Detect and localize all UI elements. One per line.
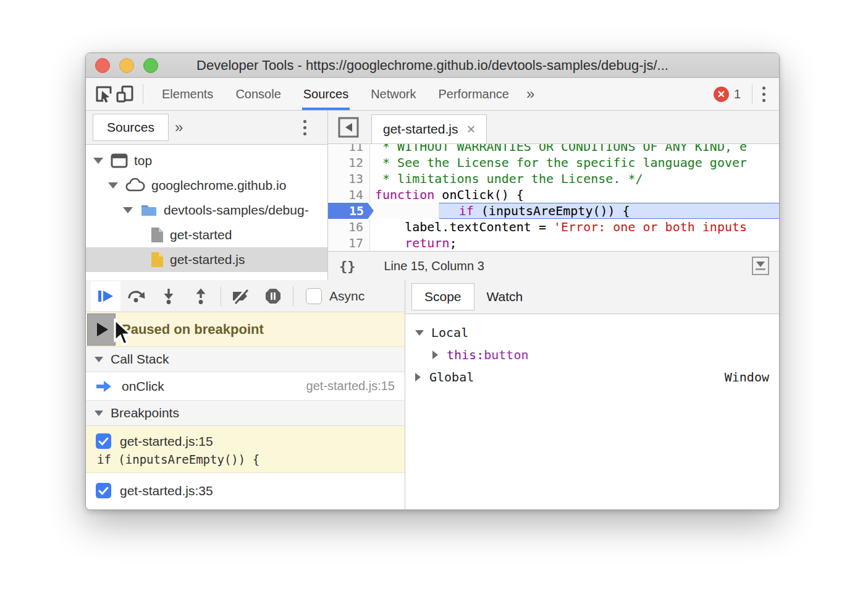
expanded-triangle-icon [95, 411, 103, 416]
pretty-print-button[interactable]: {} [339, 258, 356, 274]
active-frame-arrow-icon [96, 380, 112, 393]
debugger-pane: Async Paused on breakpoint C [86, 280, 405, 509]
line-number[interactable]: 14 [328, 187, 370, 203]
play-icon [97, 323, 108, 336]
zoom-window-button[interactable] [143, 58, 158, 73]
overlay-play-button[interactable] [87, 313, 116, 346]
customize-devtools-menu-button[interactable] [755, 82, 773, 107]
toolbar-separator [221, 286, 221, 306]
navigator-tab-sources[interactable]: Sources [93, 114, 169, 141]
code-line-12: 12 * See the License for the specific la… [328, 155, 779, 171]
scope-tree: Local this: button Global Window [405, 314, 779, 509]
minimize-window-button[interactable] [119, 58, 134, 73]
pause-on-exceptions-button[interactable] [257, 281, 289, 311]
navigator-menu-button[interactable] [296, 115, 314, 140]
step-over-icon [127, 289, 146, 304]
scope-section-local[interactable]: Local [405, 322, 779, 344]
scope-section-global[interactable]: Global Window [405, 366, 779, 388]
tab-console[interactable]: Console [234, 78, 282, 110]
pause-on-exceptions-icon [264, 287, 282, 305]
breakpoint-location: get-started.js:15 [120, 434, 213, 449]
step-over-button[interactable] [120, 281, 153, 311]
sidebar-tab-bar: Scope Watch [405, 280, 779, 314]
toggle-device-toolbar-button[interactable] [114, 83, 135, 104]
line-number[interactable]: 13 [328, 171, 370, 187]
expanded-triangle-icon [108, 182, 118, 189]
hide-navigator-button[interactable] [337, 116, 360, 138]
line-number[interactable]: 12 [328, 155, 370, 171]
expanded-triangle-icon [415, 330, 424, 336]
call-stack-frame[interactable]: onClick get-started.js:15 [86, 372, 405, 401]
cursor-position: Line 15, Column 3 [384, 259, 484, 273]
close-window-button[interactable] [95, 58, 110, 73]
expanded-triangle-icon [123, 207, 133, 213]
step-out-button[interactable] [185, 281, 217, 311]
window-title: Developer Tools - https://googlechrome.g… [86, 57, 779, 74]
editor-pane: get-started.js × 11 * WITHOUT WARRANTIES… [328, 111, 779, 280]
debugger-toolbar: Async [86, 280, 405, 312]
tab-elements[interactable]: Elements [161, 78, 214, 110]
call-stack-header[interactable]: Call Stack [86, 347, 405, 372]
expanded-triangle-icon [93, 158, 103, 164]
expanded-triangle-icon [95, 357, 103, 362]
execution-line[interactable]: if (inputsAreEmpty()) { [439, 203, 779, 219]
toolbar-separator [752, 84, 752, 104]
paused-message: Paused on breakpoint [122, 322, 264, 338]
devtools-content: Sources » top [86, 111, 779, 509]
breakpoint-item-15[interactable]: get-started.js:15 if (inputsAreEmpty()) … [86, 426, 405, 473]
scope-pane: Scope Watch Local this: button Global [405, 280, 779, 509]
tab-sources[interactable]: Sources [302, 78, 350, 110]
error-count-icon[interactable]: ✕ [714, 87, 729, 102]
code-line-13: 13 * limitations under the License. */ [328, 171, 779, 187]
editor-status-bar: {} Line 15, Column 3 [328, 251, 779, 280]
tree-item-top[interactable]: top [86, 148, 327, 173]
resume-icon [97, 289, 114, 304]
resume-script-button[interactable] [91, 281, 120, 311]
panel-tabs: Elements Console Sources Network Perform… [151, 78, 520, 110]
main-toolbar: Elements Console Sources Network Perform… [86, 78, 779, 111]
show-messages-button[interactable] [752, 257, 769, 275]
tree-item-get-started-js[interactable]: get-started.js [86, 247, 327, 272]
async-checkbox[interactable] [306, 288, 322, 304]
breakpoint-location: get-started.js:35 [120, 483, 213, 498]
more-tabs-button[interactable]: » [526, 85, 534, 103]
editor-tab-get-started-js[interactable]: get-started.js × [371, 114, 487, 143]
breakpoint-item-35[interactable]: get-started.js:35 [86, 473, 405, 505]
device-toolbar-icon [115, 85, 135, 103]
inspect-element-button[interactable] [93, 83, 114, 104]
breakpoint-checkbox-checked[interactable] [96, 483, 111, 498]
async-label[interactable]: Async [329, 289, 364, 304]
navigator-more-tabs-button[interactable]: » [175, 119, 183, 136]
execution-pointer-icon: 15 [328, 203, 374, 219]
collapsed-triangle-icon [432, 351, 438, 359]
step-into-button[interactable] [153, 281, 185, 311]
error-count: 1 [734, 87, 741, 101]
breakpoints-header[interactable]: Breakpoints [86, 401, 405, 426]
line-number[interactable]: 11 [328, 144, 370, 155]
title-bar: Developer Tools - https://googlechrome.g… [86, 53, 779, 78]
devtools-window: Developer Tools - https://googlechrome.g… [85, 53, 780, 510]
tab-network[interactable]: Network [369, 78, 417, 110]
collapsed-triangle-icon [415, 373, 421, 381]
tab-watch[interactable]: Watch [474, 283, 536, 310]
step-out-icon [194, 288, 208, 304]
line-number[interactable]: 15 [328, 203, 439, 219]
folder-icon [140, 203, 158, 218]
tree-item-domain[interactable]: googlechrome.github.io [86, 173, 327, 198]
async-checkbox-group: Async [306, 288, 364, 304]
breakpoint-checkbox-checked[interactable] [96, 433, 111, 449]
frame-icon [111, 153, 128, 168]
toolbar-separator [293, 286, 293, 306]
tab-performance[interactable]: Performance [437, 78, 511, 110]
close-tab-icon[interactable]: × [466, 122, 475, 137]
inspect-cursor-icon [95, 85, 113, 103]
code-editor: 11 * WITHOUT WARRANTIES OR CONDITIONS OF… [328, 144, 779, 251]
line-number[interactable]: 17 [328, 235, 370, 251]
tree-item-get-started[interactable]: get-started [86, 223, 327, 247]
line-number[interactable]: 16 [328, 219, 370, 235]
tab-scope[interactable]: Scope [411, 283, 474, 310]
deactivate-breakpoints-button[interactable] [225, 281, 257, 311]
code-line-11: 11 * WITHOUT WARRANTIES OR CONDITIONS OF… [328, 144, 779, 155]
tree-item-folder[interactable]: devtools-samples/debug- [86, 198, 327, 223]
scope-variable-this[interactable]: this: button [405, 344, 779, 366]
